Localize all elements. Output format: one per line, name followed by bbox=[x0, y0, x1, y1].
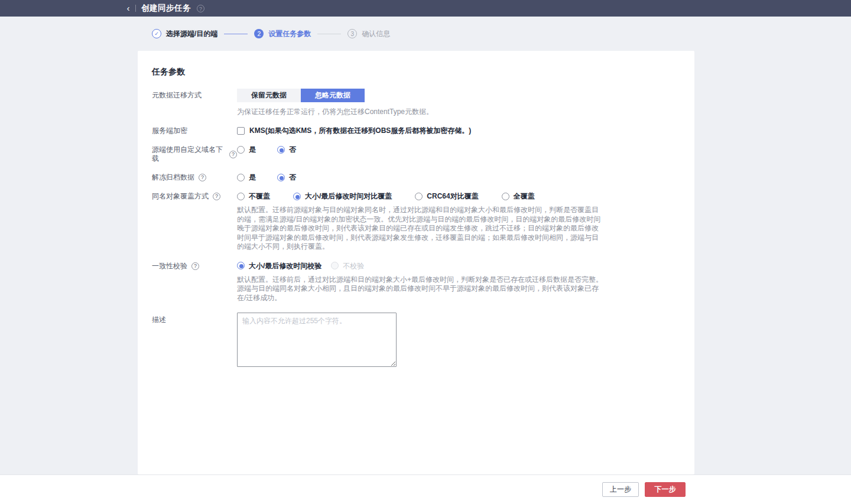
radio-label: 大小/最后修改时间校验 bbox=[249, 262, 321, 270]
section-title: 任务参数 bbox=[152, 67, 680, 77]
step-connector bbox=[317, 34, 341, 34]
overwrite-mode-help-icon[interactable]: ? bbox=[213, 193, 220, 200]
task-params-panel: 任务参数 元数据迁移方式 保留元数据 忽略元数据 为保证迁移任务正常运行，仍将为… bbox=[138, 51, 694, 474]
radio-circle-icon[interactable] bbox=[237, 146, 245, 154]
metadata-migration-label: 元数据迁移方式 bbox=[152, 89, 237, 100]
restore-archive-radio-group: 是 否 bbox=[237, 173, 680, 181]
step-2-number: 2 bbox=[254, 29, 264, 38]
radio-label: CRC64对比覆盖 bbox=[427, 192, 478, 200]
divider bbox=[135, 5, 136, 12]
restore-archive-label: 解冻归档数据 ? bbox=[152, 173, 237, 182]
previous-step-button[interactable]: 上一步 bbox=[602, 482, 639, 497]
ignore-metadata-button[interactable]: 忽略元数据 bbox=[301, 89, 365, 102]
consistency-radio-size-mtime[interactable]: 大小/最后修改时间校验 bbox=[237, 262, 321, 270]
consistency-check-help-icon[interactable]: ? bbox=[191, 262, 199, 270]
radio-circle-icon[interactable] bbox=[277, 146, 285, 154]
restore-radio-no[interactable]: 否 bbox=[277, 173, 296, 181]
page-title: 创建同步任务 bbox=[141, 3, 191, 14]
custom-domain-label: 源端使用自定义域名下载 ? bbox=[152, 145, 237, 163]
form-row-custom-domain: 源端使用自定义域名下载 ? 是 否 bbox=[152, 145, 680, 163]
radio-circle-icon[interactable] bbox=[293, 193, 301, 200]
metadata-toggle-group: 保留元数据 忽略元数据 bbox=[237, 89, 680, 102]
consistency-check-label-text: 一致性校验 bbox=[152, 262, 187, 271]
step-1-label: 选择源端/目的端 bbox=[166, 29, 217, 39]
overwrite-radio-group: 不覆盖 大小/最后修改时间对比覆盖 CRC64对比覆盖 全覆盖 bbox=[237, 192, 680, 200]
next-step-button[interactable]: 下一步 bbox=[645, 482, 686, 497]
consistency-check-label: 一致性校验 ? bbox=[152, 262, 237, 271]
overwrite-mode-label: 同名对象覆盖方式 ? bbox=[152, 192, 237, 201]
form-row-description: 描述 bbox=[152, 313, 680, 369]
consistency-radio-none: 不校验 bbox=[331, 262, 364, 270]
metadata-hint-text: 为保证迁移任务正常运行，仍将为您迁移ContentType元数据。 bbox=[237, 108, 680, 116]
restore-archive-label-text: 解冻归档数据 bbox=[152, 173, 194, 182]
description-textarea[interactable] bbox=[237, 313, 397, 367]
radio-label: 不覆盖 bbox=[249, 192, 270, 200]
custom-domain-radio-yes[interactable]: 是 bbox=[237, 145, 256, 154]
step-2-task-params[interactable]: 2 设置任务参数 bbox=[254, 29, 311, 39]
kms-checkbox[interactable]: KMS(如果勾选KMS，所有数据在迁移到OBS服务后都将被加密存储。) bbox=[237, 126, 680, 135]
step-3-number: 3 bbox=[347, 29, 357, 38]
overwrite-radio-crc64[interactable]: CRC64对比覆盖 bbox=[415, 192, 478, 200]
top-bar: ‹ 创建同步任务 ? bbox=[0, 0, 851, 17]
overwrite-radio-none[interactable]: 不覆盖 bbox=[237, 192, 270, 200]
step-connector bbox=[224, 34, 248, 34]
form-row-overwrite-mode: 同名对象覆盖方式 ? 不覆盖 大小/最后修改时间对比覆盖 CRC64对比覆盖 bbox=[152, 192, 680, 252]
description-label: 描述 bbox=[152, 313, 237, 324]
radio-label: 否 bbox=[289, 173, 296, 181]
radio-label: 否 bbox=[289, 145, 296, 154]
step-2-label: 设置任务参数 bbox=[268, 29, 311, 39]
form-row-restore-archive: 解冻归档数据 ? 是 否 bbox=[152, 173, 680, 182]
title-help-icon[interactable]: ? bbox=[197, 5, 204, 12]
custom-domain-label-text: 源端使用自定义域名下载 bbox=[152, 145, 225, 163]
overwrite-radio-all[interactable]: 全覆盖 bbox=[502, 192, 535, 200]
custom-domain-radio-group: 是 否 bbox=[237, 145, 680, 154]
radio-label: 大小/最后修改时间对比覆盖 bbox=[305, 192, 392, 200]
consistency-check-description: 默认配置。迁移前后，通过对比源端和目的端对象大小+最后修改时间，判断对象是否已存… bbox=[237, 275, 605, 303]
radio-circle-icon[interactable] bbox=[502, 193, 509, 200]
checkbox-box-icon[interactable] bbox=[237, 127, 245, 135]
radio-label: 是 bbox=[249, 145, 256, 154]
form-row-consistency-check: 一致性校验 ? 大小/最后修改时间校验 不校验 默认配置。迁移前后，通过对比源端… bbox=[152, 262, 680, 303]
step-3-label: 确认信息 bbox=[362, 29, 390, 39]
step-indicator: ✓ 选择源端/目的端 2 设置任务参数 3 确认信息 bbox=[0, 17, 851, 51]
restore-radio-yes[interactable]: 是 bbox=[237, 173, 256, 181]
keep-metadata-button[interactable]: 保留元数据 bbox=[237, 89, 301, 102]
radio-circle-icon[interactable] bbox=[415, 193, 423, 200]
kms-checkbox-label: KMS(如果勾选KMS，所有数据在迁移到OBS服务后都将被加密存储。) bbox=[249, 126, 471, 135]
step-1-source-destination[interactable]: ✓ 选择源端/目的端 bbox=[152, 29, 217, 39]
radio-circle-icon bbox=[331, 262, 339, 269]
custom-domain-help-icon[interactable]: ? bbox=[229, 151, 237, 158]
radio-label: 全覆盖 bbox=[514, 192, 535, 200]
form-row-metadata-migration: 元数据迁移方式 保留元数据 忽略元数据 为保证迁移任务正常运行，仍将为您迁移Co… bbox=[152, 89, 680, 116]
radio-circle-icon[interactable] bbox=[237, 193, 245, 200]
form-row-server-encryption: 服务端加密 KMS(如果勾选KMS，所有数据在迁移到OBS服务后都将被加密存储。… bbox=[152, 126, 680, 135]
restore-archive-help-icon[interactable]: ? bbox=[199, 174, 206, 181]
radio-label: 是 bbox=[249, 173, 256, 181]
overwrite-radio-size-mtime[interactable]: 大小/最后修改时间对比覆盖 bbox=[293, 192, 392, 200]
consistency-radio-group: 大小/最后修改时间校验 不校验 bbox=[237, 262, 680, 270]
radio-label: 不校验 bbox=[343, 262, 364, 270]
radio-circle-icon[interactable] bbox=[237, 174, 245, 181]
radio-circle-icon[interactable] bbox=[277, 174, 285, 181]
radio-circle-icon[interactable] bbox=[237, 262, 245, 269]
back-icon[interactable]: ‹ bbox=[124, 1, 132, 16]
custom-domain-radio-no[interactable]: 否 bbox=[277, 145, 296, 154]
step-1-check-icon: ✓ bbox=[152, 29, 161, 38]
overwrite-mode-description: 默认配置。迁移前源端对象与目的端对象同名时，通过对比源端和目的端对象大小和最后修… bbox=[237, 206, 605, 252]
wizard-footer: 上一步 下一步 bbox=[0, 474, 851, 504]
server-encryption-label: 服务端加密 bbox=[152, 126, 237, 135]
step-3-confirm: 3 确认信息 bbox=[347, 29, 390, 39]
overwrite-mode-label-text: 同名对象覆盖方式 bbox=[152, 192, 209, 201]
